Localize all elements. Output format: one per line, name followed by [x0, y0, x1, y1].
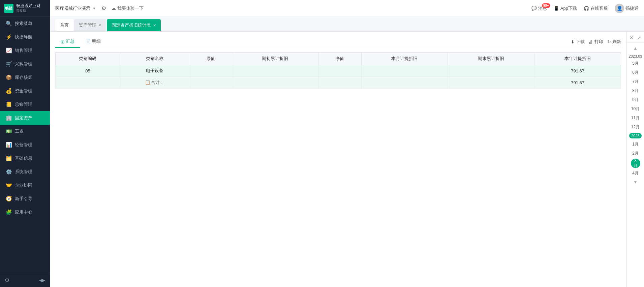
search-icon: 🔍 [5, 20, 12, 27]
sidebar-logo: 畅捷 畅捷通好业财 普及版 [0, 0, 50, 17]
month-8月[interactable]: 8月 [629, 86, 642, 95]
depreciation-table: 类别编码类别名称原值期初累计折旧净值本月计提折旧期末累计折旧本年计提折旧 05电… [55, 52, 621, 89]
user-name: 畅捷通 [625, 5, 639, 11]
right-panel: ✕ ⤢ ▲ 2023.03 5月6月7月8月9月10月11月12月 2023 1… [626, 32, 644, 287]
logo-icon: 畅捷 [4, 4, 13, 13]
topbar: 医疗器械行业演示 ▼ ⚙ ☁ 我要体验一下 💬 消息 99+ 📱 App下载 🎧… [50, 0, 644, 17]
total-cell-7: 791.67 [534, 77, 621, 89]
service-icon: 🎧 [584, 6, 589, 11]
download-btn[interactable]: ⬇ 下载 [571, 39, 585, 45]
panel-down-icon[interactable]: ▼ [632, 178, 639, 186]
sidebar-item-guide[interactable]: 🧭 新手引导 [0, 192, 50, 205]
tab-label-home: 首页 [60, 22, 69, 28]
tabbar: 首页资产管理✕固定资产折旧统计表✕ [50, 17, 644, 32]
experience-label: 我要体验一下 [117, 5, 144, 11]
sidebar-label-guide: 新手引导 [15, 196, 32, 202]
sidebar-label-operations: 经营管理 [15, 142, 32, 148]
system-icon: ⚙️ [5, 168, 12, 175]
tab-depreciation-table[interactable]: 固定资产折旧统计表✕ [107, 19, 161, 31]
month-3月[interactable]: 3月 [631, 159, 640, 168]
sidebar-label-inventory: 库存核算 [15, 74, 32, 81]
sidebar-item-search[interactable]: 🔍 搜索菜单 [0, 17, 50, 30]
sidebar-label-corp: 企业协同 [15, 182, 32, 188]
sidebar-item-app-center[interactable]: 🧩 应用中心 [0, 205, 50, 219]
col-期初累计折旧: 期初累计折旧 [232, 53, 318, 65]
app-center-icon: 🧩 [5, 209, 12, 216]
month-12月[interactable]: 12月 [629, 123, 642, 132]
month-4月[interactable]: 4月 [630, 169, 641, 178]
base-info-icon: 🗂️ [5, 155, 12, 162]
month-5月[interactable]: 5月 [629, 59, 642, 68]
sidebar-item-base-info[interactable]: 🗂️ 基础信息 [0, 152, 50, 165]
tab-close-depreciation-table[interactable]: ✕ [153, 23, 156, 28]
cell-7: 791.67 [534, 65, 621, 77]
collapse-icon[interactable]: ◀▶ [39, 278, 45, 283]
col-期末累计折旧: 期末累计折旧 [448, 53, 534, 65]
topbar-settings-icon[interactable]: ⚙ [101, 5, 106, 11]
experience-btn[interactable]: ☁ 我要体验一下 [112, 5, 144, 11]
panel-expand-icon[interactable]: ⤢ [637, 35, 641, 40]
month-1月[interactable]: 1月 [630, 140, 641, 149]
total-cell-6 [448, 77, 534, 89]
sidebar-label-funds: 资金管理 [15, 88, 32, 94]
sidebar-item-operations[interactable]: 📊 经营管理 [0, 138, 50, 152]
month-7月[interactable]: 7月 [629, 77, 642, 86]
month-9月[interactable]: 9月 [629, 95, 642, 104]
corp-icon: 🤝 [5, 182, 12, 189]
user-menu[interactable]: 👤 畅捷通 [615, 4, 639, 13]
app-download-btn[interactable]: 📱 App下载 [554, 5, 577, 11]
month-11月[interactable]: 11月 [629, 114, 642, 123]
tab-asset-mgmt[interactable]: 资产管理✕ [74, 19, 106, 31]
table-row: 05电子设备791.67 [56, 65, 621, 77]
panel-up-icon[interactable]: ▲ [632, 44, 639, 52]
total-cell-4 [318, 77, 361, 89]
sidebar-item-salary[interactable]: 💵 工资 [0, 125, 50, 138]
tab-detail[interactable]: 📄 明细 [80, 36, 106, 48]
sales-icon: 📈 [5, 47, 12, 54]
sidebar: 畅捷 畅捷通好业财 普及版 🔍 搜索菜单 ⚡ 快捷导航 📈 销售管理 🛒 采购管… [0, 0, 50, 287]
tab-summary[interactable]: ◎ 汇总 [55, 36, 80, 48]
sidebar-item-ledger[interactable]: 📒 总账管理 [0, 98, 50, 111]
total-cell-2 [189, 77, 232, 89]
sidebar-item-fixed-assets[interactable]: 🏢 固定资产 [0, 111, 50, 125]
sidebar-scroll: 🔍 搜索菜单 ⚡ 快捷导航 📈 销售管理 🛒 采购管理 📦 库存核算 💰 资金管… [0, 17, 50, 273]
month-10月[interactable]: 10月 [629, 104, 642, 114]
col-本年计提折旧: 本年计提折旧 [534, 53, 621, 65]
sidebar-item-system[interactable]: ⚙️ 系统管理 [0, 165, 50, 179]
col-本月计提折旧: 本月计提折旧 [361, 53, 448, 65]
total-cell-3 [232, 77, 318, 89]
total-row: 📋合计：791.67 [56, 77, 621, 89]
refresh-btn[interactable]: ↻ 刷新 [607, 39, 621, 45]
tab-label-asset-mgmt: 资产管理 [79, 22, 96, 28]
app-icon: 📱 [554, 6, 559, 11]
company-selector[interactable]: 医疗器械行业演示 ▼ [55, 5, 96, 11]
sidebar-item-corp[interactable]: 🤝 企业协同 [0, 179, 50, 192]
inventory-icon: 📦 [5, 74, 12, 81]
sidebar-item-quick-nav[interactable]: ⚡ 快捷导航 [0, 30, 50, 44]
sidebar-item-purchase[interactable]: 🛒 采购管理 [0, 57, 50, 71]
print-btn[interactable]: 🖨 打印 [589, 39, 603, 45]
notification-btn[interactable]: 💬 消息 99+ [531, 5, 547, 11]
cell-2 [189, 65, 232, 77]
month-6月[interactable]: 6月 [629, 68, 642, 77]
total-cell-1: 📋合计： [120, 77, 189, 89]
settings-icon[interactable]: ⚙ [5, 277, 9, 283]
sidebar-label-base-info: 基础信息 [15, 155, 32, 161]
tab-home[interactable]: 首页 [55, 19, 73, 31]
month-2月[interactable]: 2月 [630, 149, 641, 158]
detail-icon: 📄 [85, 39, 91, 44]
sidebar-label-sales: 销售管理 [15, 47, 32, 54]
months-before: 5月6月7月8月9月10月11月12月 [629, 59, 642, 132]
tab-close-asset-mgmt[interactable]: ✕ [98, 23, 101, 28]
sidebar-item-sales[interactable]: 📈 销售管理 [0, 44, 50, 57]
sidebar-label-quick-nav: 快捷导航 [15, 34, 32, 40]
online-service-btn[interactable]: 🎧 在线客服 [584, 5, 608, 11]
sidebar-item-inventory[interactable]: 📦 库存核算 [0, 71, 50, 84]
sidebar-bottom: ⚙ ◀▶ [0, 273, 50, 287]
sidebar-label-purchase: 采购管理 [15, 61, 32, 67]
months-after: 1月2月3月4月 [630, 140, 641, 178]
app-download-label: App下载 [560, 5, 577, 11]
panel-close-icon[interactable]: ✕ [630, 35, 634, 40]
print-icon: 🖨 [589, 39, 593, 44]
sidebar-item-funds[interactable]: 💰 资金管理 [0, 84, 50, 98]
